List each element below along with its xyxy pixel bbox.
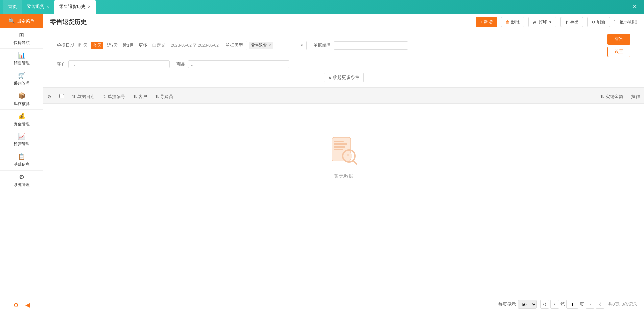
- order-no-label: 单据编号: [313, 42, 331, 48]
- print-dropdown-icon: ▼: [549, 20, 552, 24]
- collapse-label: 收起更多条件: [333, 74, 359, 81]
- sidebar-item-operations-label: 经营管理: [14, 141, 30, 147]
- window-close-button[interactable]: ✕: [629, 3, 641, 10]
- sidebar-item-operations[interactable]: 📈 经营管理: [0, 130, 43, 150]
- per-page-dropdown[interactable]: 20 50 100: [518, 300, 537, 309]
- refresh-button[interactable]: ↻ 刷新: [587, 17, 610, 27]
- app-layout: 🔍 搜索菜单 ⊞ 快捷导航 📊 销售管理 🛒 采购管理 📦 库存核算 💰 资金管…: [0, 14, 644, 312]
- retail-return-history-tab-close[interactable]: ✕: [88, 5, 91, 9]
- date-opt-today[interactable]: 今天: [91, 42, 103, 49]
- table-wrap: ⚙ ⇅ 单据日期 ⇅ 单据编号 ⇅ 客户: [43, 90, 644, 296]
- sidebar-item-quick-nav[interactable]: ⊞ 快捷导航: [0, 28, 43, 49]
- tab-retail-return[interactable]: 零售退货 ✕: [22, 0, 54, 14]
- type-filter-tag-close[interactable]: ✕: [268, 43, 271, 48]
- date-opt-1month[interactable]: 近1月: [121, 42, 135, 49]
- tab-home[interactable]: 首页: [3, 0, 22, 14]
- query-button-label: 查询: [615, 37, 623, 42]
- export-button[interactable]: ⬆ 导出: [560, 17, 583, 27]
- print-button[interactable]: 🖨 打印 ▼: [528, 17, 556, 27]
- new-button[interactable]: + 新增: [476, 17, 497, 27]
- th-checkbox[interactable]: [55, 90, 68, 104]
- tab-retail-return-history[interactable]: 零售退货历史 ✕: [54, 0, 96, 14]
- sidebar-item-finance[interactable]: 💰 资金管理: [0, 110, 43, 130]
- order-no-input[interactable]: [334, 41, 408, 50]
- th-spacer: [177, 90, 597, 104]
- select-all-checkbox[interactable]: [59, 94, 64, 98]
- date-range-display: 2023-06-02 至 2023-06-02: [171, 43, 218, 48]
- date-opt-custom[interactable]: 自定义: [151, 42, 167, 49]
- table-footer: 每页显示 20 50 100 ⟨⟨ ⟨ 第 页 ⟩ ⟩⟩ 共0页, 0条记录: [43, 296, 644, 312]
- page-prev-button[interactable]: ⟨: [550, 300, 559, 309]
- sidebar-item-base-info[interactable]: 📋 基础信息: [0, 150, 43, 171]
- sidebar-item-inventory[interactable]: 📦 库存核算: [0, 89, 43, 110]
- sidebar-item-sales-mgmt[interactable]: 📊 销售管理: [0, 49, 43, 69]
- page-header-top: 零售退货历史 + 新增 🗑 删除 🖨 打印 ▼ ⬆: [50, 17, 637, 30]
- display-detail-checkbox[interactable]: [614, 20, 618, 24]
- page-last-button[interactable]: ⟩⟩: [596, 300, 604, 309]
- retail-return-tab-label: 零售退货: [27, 4, 44, 10]
- per-page-select: 每页显示 20 50 100: [498, 300, 537, 309]
- customer-filter-select[interactable]: ...: [68, 60, 170, 68]
- empty-state-row: 暂无数据: [43, 104, 644, 210]
- sidebar-search-label: 搜索菜单: [17, 18, 34, 24]
- collapse-sidebar-icon[interactable]: ◀: [25, 301, 30, 309]
- goods-filter-select[interactable]: ...: [188, 60, 289, 68]
- empty-state: 暂无数据: [47, 107, 640, 206]
- th-order-no[interactable]: ⇅ 单据编号: [99, 90, 129, 104]
- query-button[interactable]: 查询: [607, 34, 630, 45]
- page-input[interactable]: [566, 300, 578, 309]
- th-date[interactable]: ⇅ 单据日期: [68, 90, 99, 104]
- retail-return-tab-close[interactable]: ✕: [46, 5, 49, 9]
- date-opt-more[interactable]: 更多: [137, 42, 149, 49]
- th-guide-label: ⇅ 导购员: [155, 94, 173, 99]
- th-guide[interactable]: ⇅ 导购员: [151, 90, 177, 104]
- collapse-button[interactable]: ∧ 收起更多条件: [324, 73, 364, 82]
- top-bar: 首页 零售退货 ✕ 零售退货历史 ✕ ✕: [0, 0, 644, 14]
- goods-dots: ...: [191, 62, 195, 67]
- svg-line-6: [353, 160, 357, 164]
- delete-icon: 🗑: [505, 20, 510, 25]
- pagination: ⟨⟨ ⟨ 第 页 ⟩ ⟩⟩: [540, 300, 604, 309]
- sidebar-item-base-info-label: 基础信息: [14, 162, 30, 168]
- page-first-button[interactable]: ⟨⟨: [540, 300, 549, 309]
- delete-button[interactable]: 🗑 删除: [501, 17, 524, 27]
- type-filter-label: 单据类型: [225, 42, 243, 48]
- th-customer-label: ⇅ 客户: [133, 94, 147, 99]
- sidebar-item-quick-nav-label: 快捷导航: [14, 40, 30, 46]
- filter-actions: 查询 设置: [607, 34, 630, 57]
- type-filter: 单据类型 零售退货 ✕ ▼: [225, 41, 307, 50]
- svg-point-8: [347, 154, 349, 156]
- sidebar-item-sys-mgmt[interactable]: ⚙ 系统管理: [0, 171, 43, 191]
- date-opt-yesterday[interactable]: 昨天: [77, 42, 89, 49]
- export-icon: ⬆: [565, 20, 569, 25]
- sidebar-search[interactable]: 🔍 搜索菜单: [0, 14, 43, 28]
- quick-nav-icon: ⊞: [19, 31, 24, 39]
- th-customer[interactable]: ⇅ 客户: [129, 90, 151, 104]
- type-filter-select[interactable]: 零售退货 ✕ ▼: [246, 41, 307, 50]
- svg-rect-2: [334, 143, 347, 145]
- page-header: 零售退货历史 + 新增 🗑 删除 🖨 打印 ▼ ⬆: [43, 14, 644, 88]
- home-tab-label: 首页: [8, 4, 17, 10]
- th-settings[interactable]: ⚙: [43, 90, 55, 104]
- new-button-label: + 新增: [480, 19, 493, 25]
- search-icon: 🔍: [8, 18, 15, 24]
- settings-bottom-icon[interactable]: ⚙: [13, 301, 19, 309]
- sidebar-item-purchase-label: 采购管理: [14, 81, 30, 86]
- sidebar: 🔍 搜索菜单 ⊞ 快捷导航 📊 销售管理 🛒 采购管理 📦 库存核算 💰 资金管…: [0, 14, 43, 312]
- table-body: 暂无数据: [43, 104, 644, 210]
- delete-button-label: 删除: [511, 19, 520, 25]
- date-filter-label: 单据日期: [57, 42, 74, 48]
- display-detail-wrap: 显示明细: [614, 19, 637, 25]
- th-amount[interactable]: ⇅ 实销金额: [596, 90, 627, 104]
- display-detail-label: 显示明细: [620, 19, 637, 25]
- data-table: ⚙ ⇅ 单据日期 ⇅ 单据编号 ⇅ 客户: [43, 90, 644, 210]
- operations-icon: 📈: [18, 133, 25, 140]
- print-icon: 🖨: [533, 20, 537, 25]
- date-opt-7days[interactable]: 近7天: [105, 42, 119, 49]
- page-next-button[interactable]: ⟩: [586, 300, 594, 309]
- empty-text: 暂无数据: [334, 173, 353, 179]
- set-button[interactable]: 设置: [607, 47, 630, 57]
- type-filter-tag-value: 零售退货: [251, 43, 267, 48]
- sidebar-item-purchase-mgmt[interactable]: 🛒 采购管理: [0, 69, 43, 89]
- goods-label: 商品: [176, 61, 185, 67]
